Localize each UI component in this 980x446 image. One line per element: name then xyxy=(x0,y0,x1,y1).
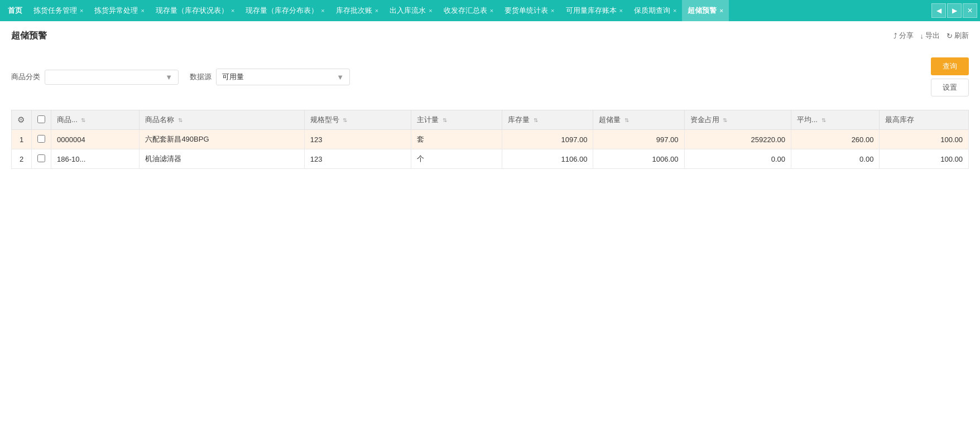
th-unit-sort[interactable]: ⇅ xyxy=(443,117,447,123)
page-actions: ⤴ 分享 ↓ 导出 ↻ 刷新 xyxy=(893,31,969,41)
th-stock-label: 库存量 xyxy=(508,115,530,124)
table-header: ⚙ 商品... ⇅ 商品名称 ⇅ 规格型号 ⇅ 主计量 xyxy=(12,110,969,130)
th-product-code-label: 商品... xyxy=(57,115,78,124)
row-1-select[interactable] xyxy=(37,135,45,143)
th-capital-sort[interactable]: ⇅ xyxy=(723,117,727,123)
nav-tab-home[interactable]: 首页 xyxy=(2,0,28,21)
row-1-checkbox xyxy=(32,130,51,149)
nav-tab-abnormal[interactable]: 拣货异常处理 × xyxy=(89,0,150,21)
nav-tab-task-mgmt[interactable]: 拣货任务管理 × xyxy=(28,0,89,21)
share-icon: ⤴ xyxy=(893,32,897,40)
th-max-stock: 最高库存 xyxy=(880,110,969,130)
datasource-select[interactable]: 可用量 ▼ xyxy=(216,69,350,85)
th-overstock-label: 超储量 xyxy=(599,115,621,124)
nav-tab-collect-label: 收发存汇总表 xyxy=(444,6,487,16)
nav-tab-batch[interactable]: 库存批次账 × xyxy=(330,0,384,21)
row-2-product-code: 186-10... xyxy=(51,149,140,169)
nav-tab-available[interactable]: 可用量库存账本 × xyxy=(560,0,628,21)
nav-tab-inventory-status[interactable]: 现存量（库存状况表） × xyxy=(150,0,240,21)
th-spec-label: 规格型号 xyxy=(310,115,339,124)
nav-tab-batch-close[interactable]: × xyxy=(375,7,378,14)
gear-icon[interactable]: ⚙ xyxy=(17,115,25,124)
nav-tab-inout-label: 出入库流水 xyxy=(390,6,426,16)
th-stock: 库存量 ⇅ xyxy=(502,110,593,130)
nav-tab-abnormal-close[interactable]: × xyxy=(141,7,144,14)
row-1-product-name: 六配套新昌490BPG xyxy=(140,130,304,149)
th-avg: 平均... ⇅ xyxy=(791,110,880,130)
nav-tab-quality-close[interactable]: × xyxy=(673,7,676,14)
nav-tab-collect[interactable]: 收发存汇总表 × xyxy=(438,0,499,21)
share-button[interactable]: ⤴ 分享 xyxy=(893,31,914,41)
th-checkbox xyxy=(32,110,51,130)
th-product-code: 商品... ⇅ xyxy=(51,110,140,130)
th-unit-label: 主计量 xyxy=(417,115,439,124)
row-2-spec: 123 xyxy=(304,149,411,169)
nav-next-button[interactable]: ▶ xyxy=(947,3,962,18)
nav-tab-task-mgmt-close[interactable]: × xyxy=(80,7,83,14)
row-2-product-name: 机油滤清器 xyxy=(140,149,304,169)
nav-tab-inventory-dist[interactable]: 现存量（库存分布表） × xyxy=(240,0,330,21)
select-all-checkbox[interactable] xyxy=(37,115,45,123)
export-button[interactable]: ↓ 导出 xyxy=(920,31,940,41)
th-spec: 规格型号 ⇅ xyxy=(304,110,411,130)
nav-tab-batch-label: 库存批次账 xyxy=(336,6,372,16)
nav-prev-button[interactable]: ◀ xyxy=(931,3,946,18)
settings-button[interactable]: 设置 xyxy=(931,79,969,96)
category-select[interactable]: ▼ xyxy=(45,70,179,85)
row-2-checkbox xyxy=(32,149,51,169)
th-product-code-sort[interactable]: ⇅ xyxy=(81,117,85,123)
nav-tab-overstock[interactable]: 超储预警 × xyxy=(682,0,728,21)
row-1-product-code: 0000004 xyxy=(51,130,140,149)
th-spec-sort[interactable]: ⇅ xyxy=(343,117,347,123)
datasource-filter: 数据源 可用量 ▼ xyxy=(190,69,350,85)
nav-tab-order-stats[interactable]: 要货单统计表 × xyxy=(499,0,560,21)
row-2-unit: 个 xyxy=(411,149,502,169)
filter-bar: 商品分类 ▼ 数据源 可用量 ▼ 查询 设置 xyxy=(11,51,969,103)
th-unit: 主计量 ⇅ xyxy=(411,110,502,130)
table-row: 2 186-10... 机油滤清器 123 个 1106.00 1006.00 … xyxy=(12,149,969,169)
page-header: 超储预警 ⤴ 分享 ↓ 导出 ↻ 刷新 xyxy=(11,30,969,42)
row-1-max-stock: 100.00 xyxy=(880,130,969,149)
row-1-unit: 套 xyxy=(411,130,502,149)
row-1-avg: 260.00 xyxy=(791,130,880,149)
category-label: 商品分类 xyxy=(11,72,40,82)
row-1-stock: 1097.00 xyxy=(502,130,593,149)
nav-tab-inout-close[interactable]: × xyxy=(429,7,432,14)
refresh-label: 刷新 xyxy=(954,31,969,41)
row-2-capital: 0.00 xyxy=(684,149,791,169)
nav-tab-available-label: 可用量库存账本 xyxy=(566,6,617,16)
filter-buttons: 查询 设置 xyxy=(931,57,969,96)
th-avg-sort[interactable]: ⇅ xyxy=(822,117,826,123)
refresh-icon: ↻ xyxy=(947,32,953,40)
nav-tab-inout[interactable]: 出入库流水 × xyxy=(384,0,438,21)
nav-tab-order-stats-label: 要货单统计表 xyxy=(505,6,548,16)
row-2-select[interactable] xyxy=(37,154,45,162)
nav-arrows: ◀ ▶ ✕ xyxy=(931,3,978,18)
th-overstock: 超储量 ⇅ xyxy=(593,110,684,130)
table-row: 1 0000004 六配套新昌490BPG 123 套 1097.00 997.… xyxy=(12,130,969,149)
page-title: 超储预警 xyxy=(11,30,47,42)
nav-tab-available-close[interactable]: × xyxy=(619,7,623,14)
row-1-spec: 123 xyxy=(304,130,411,149)
row-2-overstock: 1006.00 xyxy=(593,149,684,169)
nav-tab-inventory-status-close[interactable]: × xyxy=(231,7,234,14)
top-nav: 首页 拣货任务管理 × 拣货异常处理 × 现存量（库存状况表） × 现存量（库存… xyxy=(0,0,980,21)
datasource-select-arrow: ▼ xyxy=(337,73,344,81)
export-icon: ↓ xyxy=(920,32,924,40)
query-button[interactable]: 查询 xyxy=(931,57,969,75)
nav-tab-overstock-close[interactable]: × xyxy=(719,7,723,14)
refresh-button[interactable]: ↻ 刷新 xyxy=(947,31,969,41)
nav-tab-quality[interactable]: 保质期查询 × xyxy=(628,0,682,21)
nav-close-button[interactable]: ✕ xyxy=(963,3,977,18)
nav-tab-collect-close[interactable]: × xyxy=(490,7,493,14)
row-1-num: 1 xyxy=(12,130,32,149)
th-stock-sort[interactable]: ⇅ xyxy=(534,117,538,123)
nav-tab-order-stats-close[interactable]: × xyxy=(551,7,554,14)
th-overstock-sort[interactable]: ⇅ xyxy=(624,117,629,123)
nav-tab-inventory-dist-close[interactable]: × xyxy=(321,7,324,14)
row-1-overstock: 997.00 xyxy=(593,130,684,149)
row-2-avg: 0.00 xyxy=(791,149,880,169)
share-label: 分享 xyxy=(899,31,914,41)
row-2-stock: 1106.00 xyxy=(502,149,593,169)
th-product-name-sort[interactable]: ⇅ xyxy=(178,117,182,123)
